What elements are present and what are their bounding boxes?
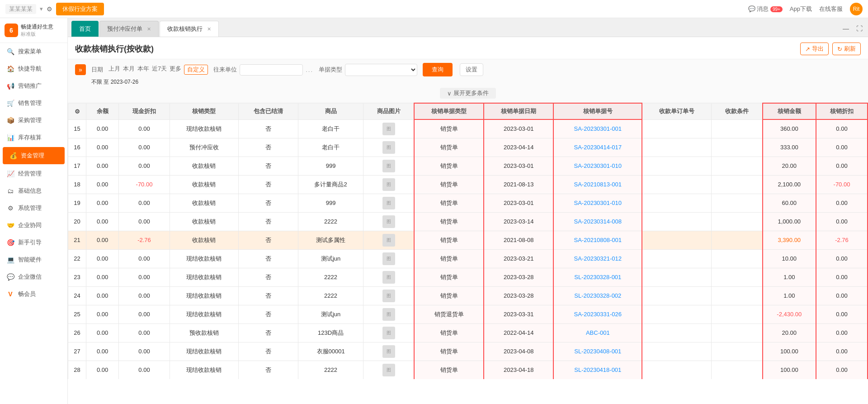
cell-write-off-no[interactable]: SA-20230301-010 (553, 194, 642, 212)
cell-write-off-no[interactable]: SA-20230321-012 (553, 249, 642, 268)
cell-write-off-no[interactable]: SL-20230408-001 (553, 342, 642, 361)
sidebar-item-member[interactable]: V 畅会员 (0, 285, 67, 303)
sidebar-item-quicknav[interactable]: 🏠 快捷导航 (0, 60, 67, 77)
cell-cash-discount: 0.00 (119, 249, 170, 268)
cell-row-num: 18 (68, 175, 86, 194)
cell-receipt-order-no (642, 268, 711, 286)
sidebar-item-marketing[interactable]: 📢 营销推广 (0, 77, 67, 95)
cell-row-num: 25 (68, 305, 86, 323)
write-off-no-link[interactable]: SA-20210808-001 (574, 237, 622, 243)
sidebar-item-wechat[interactable]: 💬 企业微信 (0, 268, 67, 285)
settings-button[interactable]: 设置 (460, 63, 483, 76)
col-write-off-amount: 核销金额 (763, 103, 816, 119)
write-off-no-link[interactable]: SL-20230408-001 (574, 348, 621, 355)
shortcut-more[interactable]: 更多 (170, 65, 181, 75)
query-button[interactable]: 查询 (423, 63, 453, 76)
tab-maximize-button[interactable]: ⛶ (854, 23, 864, 34)
sidebar-item-inventory[interactable]: 📊 库存核算 (0, 129, 67, 146)
filter-expand-button[interactable]: » (75, 64, 86, 75)
cell-row-num: 15 (68, 119, 86, 138)
cell-write-off-no[interactable]: SA-20230314-008 (553, 212, 642, 231)
sidebar-item-guide[interactable]: 🎯 新手引导 (0, 234, 67, 251)
cell-cash-discount: -2.76 (119, 231, 170, 249)
col-goods-img: 商品图片 (363, 103, 414, 119)
sidebar-item-hardware[interactable]: 💻 智能硬件 (0, 251, 67, 268)
shortcut-this-month[interactable]: 本月 (123, 65, 135, 75)
partner-input[interactable] (240, 64, 303, 76)
tab-receipt[interactable]: 收款核销执行 ✕ (160, 21, 219, 37)
export-icon: ↗ (805, 46, 810, 52)
company-name[interactable]: 某某某某 (5, 4, 36, 14)
cell-write-off-amount: 2,100.00 (763, 175, 816, 194)
cell-receipt-order-no (642, 194, 711, 212)
shortcut-last-month[interactable]: 上月 (108, 65, 120, 75)
data-table: ⚙ 余额 现金折扣 核销类型 包含已结清 商品 商品图片 核销单据类型 核销单据… (68, 103, 868, 379)
shortcut-custom[interactable]: 自定义 (184, 65, 208, 75)
cell-write-off-no[interactable]: SA-20230301-010 (553, 157, 642, 175)
sidebar-item-operations[interactable]: 📈 经营管理 (0, 165, 67, 182)
write-off-no-link[interactable]: SA-20230321-012 (574, 255, 622, 262)
export-button[interactable]: ↗ 导出 (800, 43, 829, 55)
tab-minimize-button[interactable]: — (841, 23, 851, 34)
cell-write-off-no[interactable]: SA-20230414-017 (553, 138, 642, 157)
online-service-link[interactable]: 在线客服 (819, 5, 843, 13)
cell-included-cleared: 否 (239, 231, 298, 249)
cell-write-off-date: 2023-03-31 (484, 305, 553, 323)
write-off-no-link[interactable]: SA-20230301-010 (574, 200, 622, 206)
cell-receipt-condition (712, 268, 763, 286)
cell-write-off-no[interactable]: SL-20230418-001 (553, 361, 642, 379)
sidebar-item-system[interactable]: ⚙ 系统管理 (0, 200, 67, 217)
dropdown-icon[interactable]: ▾ (40, 5, 43, 12)
user-avatar[interactable]: Rit (850, 3, 863, 15)
shortcut-7days[interactable]: 近7天 (152, 65, 167, 75)
cell-write-off-discount: 0.00 (816, 286, 868, 305)
col-settings[interactable]: ⚙ (68, 103, 86, 119)
write-off-no-link[interactable]: SL-20230328-001 (574, 274, 621, 280)
cell-goods: 老白干 (298, 138, 363, 157)
refresh-button[interactable]: ↻ 刷新 (832, 43, 861, 55)
tab-prepay[interactable]: 预付冲应付单 ✕ (99, 21, 159, 37)
sidebar-item-finance[interactable]: 💰 资金管理 (3, 147, 65, 164)
cell-write-off-no[interactable]: SA-20210808-001 (553, 231, 642, 249)
cell-write-off-no[interactable]: SA-20230331-026 (553, 305, 642, 323)
write-off-no-link[interactable]: SL-20230418-001 (574, 366, 621, 373)
sidebar-label-guide: 新手引导 (18, 238, 42, 247)
promo-button[interactable]: 休假行业方案 (56, 3, 104, 15)
sidebar-item-sales[interactable]: 🛒 销售管理 (0, 95, 67, 112)
write-off-no-link[interactable]: ABC-001 (586, 329, 610, 336)
tab-home[interactable]: 首页 (71, 21, 99, 37)
cell-write-off-amount: 1,000.00 (763, 212, 816, 231)
gear-icon[interactable]: ⚙ (47, 5, 52, 13)
cell-write-off-no[interactable]: SL-20230328-001 (553, 268, 642, 286)
cell-included-cleared: 否 (239, 342, 298, 361)
expand-more-button[interactable]: ∨ 展开更多条件 (440, 88, 496, 99)
goods-image: 图 (382, 141, 395, 154)
voucher-type-select[interactable] (345, 64, 417, 76)
tab-receipt-close[interactable]: ✕ (207, 26, 211, 32)
cell-write-off-no[interactable]: SA-20230301-001 (553, 119, 642, 138)
shortcut-this-year[interactable]: 本年 (137, 65, 149, 75)
write-off-no-link[interactable]: SA-20230331-026 (574, 311, 622, 318)
write-off-no-link[interactable]: SL-20230328-002 (574, 292, 621, 299)
tab-prepay-close[interactable]: ✕ (147, 26, 151, 32)
write-off-no-link[interactable]: SA-20230414-017 (574, 144, 622, 151)
table-wrapper[interactable]: ⚙ 余额 现金折扣 核销类型 包含已结清 商品 商品图片 核销单据类型 核销单据… (68, 103, 868, 379)
cell-included-cleared: 否 (239, 249, 298, 268)
write-off-no-link[interactable]: SA-20230301-001 (574, 125, 622, 132)
cell-write-off-no[interactable]: ABC-001 (553, 323, 642, 342)
write-off-no-link[interactable]: SA-20230314-008 (574, 218, 622, 225)
cell-write-off-no[interactable]: SL-20230328-002 (553, 286, 642, 305)
cell-write-off-date: 2023-03-01 (484, 119, 553, 138)
sidebar-item-purchase[interactable]: 📦 采购管理 (0, 112, 67, 129)
sidebar-item-search[interactable]: 🔍 搜索菜单 (0, 43, 67, 60)
sidebar-item-corp[interactable]: 🤝 企业协同 (0, 217, 67, 234)
message-area[interactable]: 💬 消息 99+ (748, 5, 783, 13)
write-off-no-link[interactable]: SA-20230301-010 (574, 162, 622, 169)
app-download-link[interactable]: App下载 (790, 5, 812, 13)
col-goods: 商品 (298, 103, 363, 119)
cell-balance: 0.00 (86, 175, 119, 194)
write-off-no-link[interactable]: SA-20210813-001 (574, 181, 622, 188)
sidebar-item-basic[interactable]: 🗂 基础信息 (0, 182, 67, 200)
cell-write-off-discount: -2.76 (816, 231, 868, 249)
cell-write-off-no[interactable]: SA-20210813-001 (553, 175, 642, 194)
